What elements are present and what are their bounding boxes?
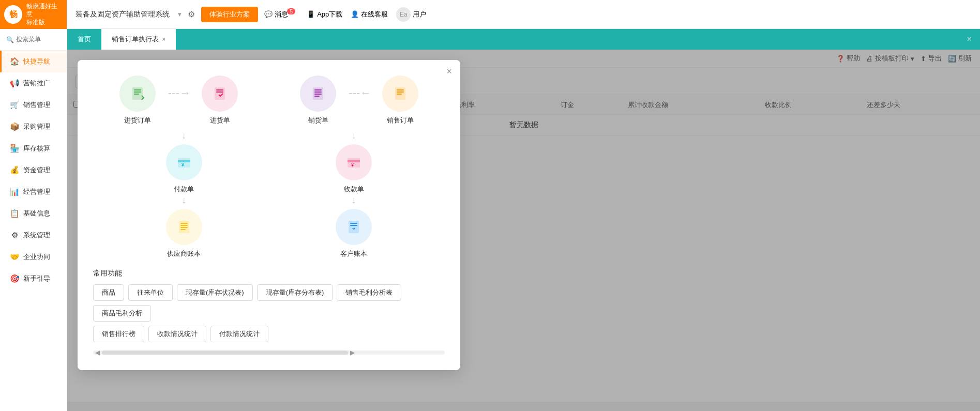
supplier-ledger-label: 供应商账本	[167, 249, 201, 258]
phone-icon: 📱	[307, 10, 315, 18]
guide-icon: 🎯	[10, 274, 19, 283]
svg-rect-20	[180, 223, 188, 224]
flow-node-purchase-bill[interactable]: 进货单	[202, 75, 238, 125]
search-icon: 🔍	[6, 36, 14, 43]
sidebar-item-sales[interactable]: 🛒 销售管理	[0, 94, 67, 116]
func-btn-sales-profit[interactable]: 销售毛利分析表	[337, 284, 401, 301]
arrow-down-3: ↓	[352, 129, 356, 142]
customer-ledger-label: 客户账本	[340, 249, 367, 258]
sidebar-logo: 畅 畅康通好生意 标准版	[0, 0, 67, 29]
common-functions: 常用功能 商品 往来单位 现存量(库存状况表) 现存量(库存分布表) 销售毛利分…	[93, 269, 445, 342]
message-badge: 5	[287, 8, 295, 14]
tabs-bar-close-icon[interactable]: ×	[959, 35, 980, 44]
arrow-down-4: ↓	[352, 194, 356, 207]
flow-node-sale-order[interactable]: 销售订单	[382, 75, 418, 125]
svg-rect-10	[314, 94, 322, 95]
sidebar-item-system[interactable]: ⚙ 系统管理	[0, 224, 67, 246]
payment-in-label: 收款单	[344, 185, 364, 194]
svg-rect-5	[216, 89, 223, 90]
svg-text:¥: ¥	[182, 162, 184, 168]
sidebar-item-business[interactable]: 📊 经营管理	[0, 181, 67, 203]
svg-rect-14	[397, 92, 404, 93]
sidebar-item-quick-nav[interactable]: 🏠 快捷导航	[0, 51, 67, 72]
svg-rect-2	[134, 92, 141, 93]
topbar-right: 💬 消息 5 📱 App下载 👤 在线客服 Ea 用户	[264, 7, 426, 22]
flow-node-supplier-ledger[interactable]: 供应商账本	[166, 209, 202, 258]
sidebar-item-inventory[interactable]: 🏪 库存核算	[0, 138, 67, 159]
func-btn-product-profit[interactable]: 商品毛利分析	[93, 305, 151, 322]
sidebar-item-enterprise[interactable]: 🤝 企业协同	[0, 246, 67, 268]
payment-out-icon: ¥	[166, 144, 202, 180]
home-icon: 🏠	[10, 57, 19, 66]
common-functions-title: 常用功能	[93, 269, 445, 278]
purchase-bill-label: 进货单	[210, 116, 230, 125]
customer-ledger-icon	[336, 209, 372, 245]
modal-close-button[interactable]: ×	[446, 66, 452, 77]
func-btn-stock-dist[interactable]: 现存量(库存分布表)	[257, 284, 333, 301]
system-icon: ⚙	[10, 231, 19, 240]
sidebar-item-basic-info[interactable]: 📋 基础信息	[0, 203, 67, 224]
arrow-left-1: ← - - -	[349, 86, 370, 100]
tab-sale-order-execution[interactable]: 销售订单执行表 ×	[101, 29, 176, 50]
scroll-left-arrow[interactable]: ◀	[93, 349, 102, 356]
func-btn-sales-rank[interactable]: 销售排行榜	[93, 326, 144, 342]
modal-scrollbar[interactable]: ◀ ▶	[93, 351, 445, 355]
tab-close-icon[interactable]: ×	[162, 36, 165, 43]
sidebar-item-purchase[interactable]: 📦 采购管理	[0, 116, 67, 138]
sale-order-icon	[382, 75, 418, 112]
scrollbar-track[interactable]	[102, 351, 348, 355]
purchase-icon: 📦	[10, 122, 19, 131]
app-download-action[interactable]: 📱 App下载	[307, 10, 342, 19]
search-menu-button[interactable]: 🔍 搜索菜单	[4, 33, 63, 46]
svg-rect-13	[397, 89, 404, 90]
sales-icon: 🛒	[10, 100, 19, 110]
gear-icon[interactable]: ⚙	[188, 9, 195, 19]
supplier-ledger-icon	[166, 209, 202, 245]
experience-btn[interactable]: 体验行业方案	[201, 7, 258, 22]
message-action[interactable]: 💬 消息 5	[264, 10, 298, 19]
online-service-action[interactable]: 👤 在线客服	[351, 10, 388, 19]
dropdown-icon[interactable]: ▾	[178, 10, 182, 18]
svg-rect-4	[215, 87, 225, 100]
logo-text: 畅康通好生意 标准版	[26, 3, 63, 27]
flow-node-sale-bill[interactable]: 销货单	[300, 75, 336, 125]
flow-node-purchase-order[interactable]: 进货订单	[119, 75, 156, 125]
svg-rect-23	[180, 229, 186, 230]
sidebar-item-marketing[interactable]: 📢 营销推广	[0, 72, 67, 94]
sidebar-item-finance[interactable]: 💰 资金管理	[0, 159, 67, 181]
sale-bill-icon	[300, 75, 336, 112]
func-btn-payment-stat[interactable]: 付款情况统计	[210, 326, 268, 342]
message-icon: 💬	[264, 10, 273, 18]
svg-rect-21	[180, 225, 188, 226]
svg-rect-27	[349, 221, 359, 233]
user-avatar: Ea	[396, 7, 411, 22]
flow-node-payment-in[interactable]: ¥ 收款单	[336, 144, 372, 194]
func-btn-receipt-stat[interactable]: 收款情况统计	[148, 326, 206, 342]
flow-node-payment-out[interactable]: ¥ 付款单	[166, 144, 202, 194]
modal-overlay[interactable]: ×	[67, 50, 980, 411]
purchase-order-icon	[119, 75, 156, 112]
user-action[interactable]: Ea 用户	[396, 7, 426, 22]
arrow-right-1: - - - →	[168, 86, 189, 100]
marketing-icon: 📢	[10, 79, 19, 88]
arrow-down-1: ↓	[182, 129, 186, 142]
finance-icon: 💰	[10, 165, 19, 175]
svg-rect-11	[314, 96, 320, 97]
service-icon: 👤	[351, 10, 359, 18]
func-btn-counterpart[interactable]: 往来单位	[128, 284, 173, 301]
enterprise-icon: 🤝	[10, 252, 19, 262]
sidebar-item-guide[interactable]: 🎯 新手引导	[0, 268, 67, 290]
main-content: 装备及固定资产辅助管理系统 ▾ ⚙ 体验行业方案 💬 消息 5 📱 App下载 …	[67, 0, 980, 411]
flow-node-customer-ledger[interactable]: 客户账本	[336, 209, 372, 258]
sidebar-search[interactable]: 🔍 搜索菜单	[0, 29, 67, 51]
func-btn-product[interactable]: 商品	[93, 284, 124, 301]
func-btn-stock-status[interactable]: 现存量(库存状况表)	[177, 284, 253, 301]
basic-info-icon: 📋	[10, 209, 19, 218]
sale-bill-label: 销货单	[308, 116, 328, 125]
function-btns-row1: 商品 往来单位 现存量(库存状况表) 现存量(库存分布表) 销售毛利分析表 商品…	[93, 284, 445, 322]
scroll-right-arrow[interactable]: ▶	[348, 349, 357, 356]
purchase-bill-icon	[202, 75, 238, 112]
tab-home[interactable]: 首页	[67, 29, 101, 50]
svg-rect-15	[397, 94, 402, 95]
page-area: ❓ 帮助 🖨 按模板打印 ▾ ⬆ 导出 🔄 刷新	[67, 50, 980, 411]
